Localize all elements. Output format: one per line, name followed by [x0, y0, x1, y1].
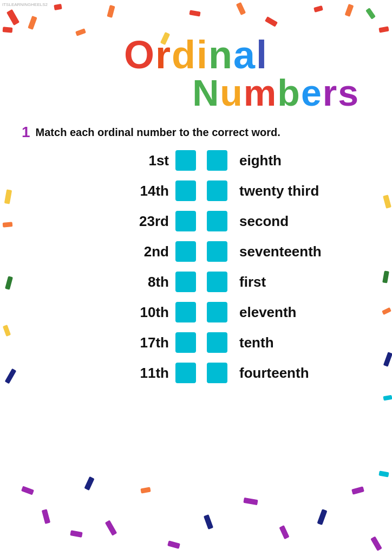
ordinal-11th: 11th — [136, 365, 169, 382]
match-box-17th[interactable] — [175, 332, 196, 353]
confetti-22 — [382, 307, 391, 315]
match-box-tenth[interactable] — [207, 332, 227, 353]
confetti-18 — [3, 325, 11, 337]
ordinal-2nd: 2nd — [136, 243, 169, 260]
right-column: eighth twenty third second seventeenth f… — [196, 146, 360, 387]
word-eleventh: eleventh — [239, 304, 297, 321]
confetti-23 — [383, 352, 392, 367]
right-row-first: first — [196, 268, 360, 296]
letter-N: N — [192, 72, 220, 113]
confetti-25 — [21, 486, 34, 495]
match-box-2nd[interactable] — [175, 241, 196, 262]
confetti-29 — [84, 476, 94, 491]
letter-e: e — [301, 72, 323, 113]
confetti-35 — [317, 509, 328, 525]
match-box-second[interactable] — [207, 211, 227, 231]
confetti-32 — [204, 514, 213, 530]
left-row-10th: 10th — [32, 298, 196, 326]
match-box-fourteenth[interactable] — [207, 363, 227, 383]
title-section: Ordinal Numbers — [0, 0, 392, 114]
letter-u: u — [220, 72, 244, 113]
instruction: 1 Match each ordinal number to the corre… — [22, 124, 370, 141]
left-row-8th: 8th — [32, 268, 196, 296]
left-row-14th: 14th — [32, 177, 196, 205]
confetti-34 — [279, 525, 289, 539]
word-first: first — [239, 274, 266, 291]
confetti-27 — [70, 530, 82, 538]
letter-r: r — [155, 33, 172, 76]
left-row-1st: 1st — [32, 146, 196, 175]
confetti-38 — [370, 536, 382, 551]
match-box-23rd[interactable] — [175, 211, 196, 231]
letter-s: s — [338, 72, 360, 113]
match-box-first[interactable] — [207, 272, 227, 292]
matching-section: 1st 14th 23rd 2nd 8th 10th 17th 11th — [32, 146, 360, 387]
match-box-twenty-third[interactable] — [207, 180, 227, 201]
instruction-number: 1 — [22, 124, 30, 141]
letter-O: O — [124, 33, 155, 76]
word-twenty-third: twenty third — [239, 183, 319, 199]
confetti-20 — [383, 195, 391, 209]
confetti-31 — [167, 540, 180, 548]
match-box-eighth[interactable] — [207, 150, 227, 171]
left-row-23rd: 23rd — [32, 207, 196, 235]
match-box-eleventh[interactable] — [207, 302, 227, 322]
letter-r2: r — [323, 72, 338, 113]
right-row-eleventh: eleventh — [196, 298, 360, 326]
confetti-15 — [4, 189, 12, 204]
right-row-second: second — [196, 207, 360, 235]
confetti-28 — [105, 520, 117, 535]
word-eighth: eighth — [239, 152, 282, 169]
confetti-26 — [42, 509, 50, 524]
ordinal-17th: 17th — [136, 334, 169, 351]
confetti-17 — [5, 276, 13, 290]
confetti-33 — [243, 498, 258, 505]
right-row-fourteenth: fourteenth — [196, 359, 360, 387]
word-tenth: tenth — [239, 334, 274, 351]
left-column: 1st 14th 23rd 2nd 8th 10th 17th 11th — [32, 146, 196, 387]
ordinal-14th: 14th — [136, 183, 169, 199]
match-box-11th[interactable] — [175, 363, 196, 383]
confetti-36 — [351, 486, 364, 494]
ordinal-23rd: 23rd — [136, 213, 169, 230]
letter-m: m — [244, 72, 277, 113]
confetti-21 — [382, 270, 389, 283]
title-ordinal: Ordinal — [124, 33, 268, 77]
right-row-twenty-third: twenty third — [196, 177, 360, 205]
watermark: ITSLEARNINGHEELS2 — [2, 2, 48, 7]
left-row-11th: 11th — [32, 359, 196, 387]
match-box-8th[interactable] — [175, 272, 196, 292]
letter-l: l — [256, 33, 268, 76]
ordinal-10th: 10th — [136, 304, 169, 321]
match-box-1st[interactable] — [175, 150, 196, 171]
letter-a: a — [233, 33, 256, 76]
right-row-tenth: tenth — [196, 328, 360, 357]
letter-d: d — [172, 33, 197, 76]
right-row-seventeenth: seventeenth — [196, 237, 360, 266]
word-fourteenth: fourteenth — [239, 365, 309, 382]
match-box-10th[interactable] — [175, 302, 196, 322]
confetti-24 — [383, 395, 392, 401]
letter-i: i — [197, 33, 208, 76]
right-row-eighth: eighth — [196, 146, 360, 175]
word-seventeenth: seventeenth — [239, 243, 322, 260]
letter-b: b — [277, 72, 301, 113]
ordinal-1st: 1st — [136, 152, 169, 169]
match-box-14th[interactable] — [175, 180, 196, 201]
left-row-17th: 17th — [32, 328, 196, 357]
confetti-16 — [3, 222, 13, 228]
instruction-text: Match each ordinal number to the correct… — [36, 126, 280, 139]
left-row-2nd: 2nd — [32, 237, 196, 266]
confetti-30 — [140, 487, 151, 494]
confetti-19 — [5, 369, 17, 384]
title-numbers: Numbers — [0, 72, 392, 114]
confetti-37 — [378, 471, 389, 477]
ordinal-8th: 8th — [136, 274, 169, 291]
letter-n: n — [208, 33, 233, 76]
word-second: second — [239, 213, 289, 230]
match-box-seventeenth[interactable] — [207, 241, 227, 262]
